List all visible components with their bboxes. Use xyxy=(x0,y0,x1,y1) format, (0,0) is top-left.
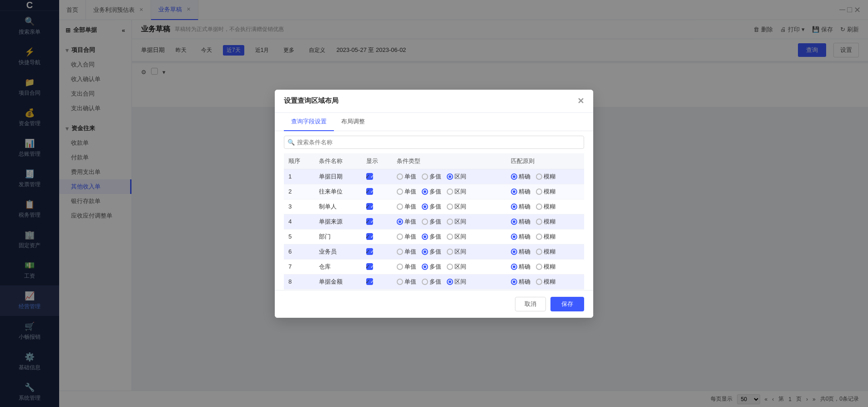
condition-single[interactable]: 单值 xyxy=(397,173,416,181)
cell-match: 精确模糊 xyxy=(506,214,584,229)
dialog-header: 设置查询区域布局 ✕ xyxy=(275,90,593,113)
match-fuzzy[interactable]: 模糊 xyxy=(536,188,555,196)
condition-multi[interactable]: 多值 xyxy=(422,218,441,226)
show-checkbox[interactable]: ✓ xyxy=(366,188,373,195)
cell-show[interactable]: ✓ xyxy=(362,274,392,289)
match-precise[interactable]: 精确 xyxy=(511,203,530,211)
match-precise[interactable]: 精确 xyxy=(511,173,530,181)
table-scroll: 顺序 条件名称 显示 条件类型 匹配原则 1单据日期✓单值多值区间精确模糊2往来… xyxy=(284,153,584,290)
cell-show[interactable]: ✓ xyxy=(362,214,392,229)
condition-multi[interactable]: 多值 xyxy=(422,173,441,181)
dialog-search-input[interactable] xyxy=(284,136,584,149)
table-row: 7仓库✓单值多值区间精确模糊 xyxy=(284,259,584,274)
dialog-overlay: 设置查询区域布局 ✕ 查询字段设置 布局调整 🔍 顺序 条件名称 显示 xyxy=(0,0,868,407)
cell-condition: 单值多值区间 xyxy=(392,244,506,259)
dialog-search-area: 🔍 xyxy=(275,131,593,153)
search-icon-dialog: 🔍 xyxy=(288,139,295,146)
match-fuzzy[interactable]: 模糊 xyxy=(536,218,555,226)
cell-name: 往来单位 xyxy=(314,184,362,199)
show-checkbox[interactable]: ✓ xyxy=(366,248,373,255)
condition-single[interactable]: 单值 xyxy=(397,278,416,286)
cell-match: 精确模糊 xyxy=(506,199,584,214)
show-checkbox[interactable]: ✓ xyxy=(366,203,373,210)
cell-order: 1 xyxy=(284,169,314,184)
show-checkbox[interactable]: ✓ xyxy=(366,233,373,240)
condition-range[interactable]: 区间 xyxy=(447,248,466,256)
show-checkbox[interactable]: ✓ xyxy=(366,278,373,285)
condition-range[interactable]: 区间 xyxy=(447,278,466,286)
cell-show[interactable]: ✓ xyxy=(362,169,392,184)
condition-single[interactable]: 单值 xyxy=(397,248,416,256)
condition-multi[interactable]: 多值 xyxy=(422,188,441,196)
condition-range[interactable]: 区间 xyxy=(447,263,466,271)
cell-name: 部门 xyxy=(314,229,362,244)
condition-range[interactable]: 区间 xyxy=(447,203,466,211)
save-button[interactable]: 保存 xyxy=(550,297,584,311)
condition-range[interactable]: 区间 xyxy=(447,173,466,181)
settings-table: 顺序 条件名称 显示 条件类型 匹配原则 1单据日期✓单值多值区间精确模糊2往来… xyxy=(284,153,584,290)
match-fuzzy[interactable]: 模糊 xyxy=(536,233,555,241)
condition-range[interactable]: 区间 xyxy=(447,233,466,241)
dialog-tab-fields[interactable]: 查询字段设置 xyxy=(284,113,334,131)
condition-single[interactable]: 单值 xyxy=(397,233,416,241)
cell-match: 精确模糊 xyxy=(506,244,584,259)
cell-name: 仓库 xyxy=(314,259,362,274)
settings-dialog: 设置查询区域布局 ✕ 查询字段设置 布局调整 🔍 顺序 条件名称 显示 xyxy=(275,90,593,318)
search-wrap: 🔍 xyxy=(284,136,584,149)
show-checkbox[interactable]: ✓ xyxy=(366,173,373,180)
condition-multi[interactable]: 多值 xyxy=(422,248,441,256)
match-precise[interactable]: 精确 xyxy=(511,218,530,226)
cell-show[interactable]: ✓ xyxy=(362,199,392,214)
dialog-close-button[interactable]: ✕ xyxy=(577,96,584,106)
table-row: 8单据金额✓单值多值区间精确模糊 xyxy=(284,274,584,289)
cancel-button[interactable]: 取消 xyxy=(515,297,546,311)
table-row: 5部门✓单值多值区间精确模糊 xyxy=(284,229,584,244)
condition-range[interactable]: 区间 xyxy=(447,218,466,226)
condition-single[interactable]: 单值 xyxy=(397,263,416,271)
cell-order: 4 xyxy=(284,214,314,229)
dialog-footer: 取消 保存 xyxy=(275,290,593,318)
dialog-tab-layout[interactable]: 布局调整 xyxy=(334,113,372,131)
cell-condition: 单值多值区间 xyxy=(392,199,506,214)
cell-name: 单据日期 xyxy=(314,169,362,184)
cell-condition: 单值多值区间 xyxy=(392,259,506,274)
condition-single[interactable]: 单值 xyxy=(397,203,416,211)
match-precise[interactable]: 精确 xyxy=(511,278,530,286)
dialog-tabs: 查询字段设置 布局调整 xyxy=(275,113,593,131)
cell-order: 5 xyxy=(284,229,314,244)
show-checkbox[interactable]: ✓ xyxy=(366,263,373,270)
match-fuzzy[interactable]: 模糊 xyxy=(536,263,555,271)
match-precise[interactable]: 精确 xyxy=(511,233,530,241)
cell-show[interactable]: ✓ xyxy=(362,184,392,199)
condition-multi[interactable]: 多值 xyxy=(422,233,441,241)
cell-condition: 单值多值区间 xyxy=(392,229,506,244)
condition-multi[interactable]: 多值 xyxy=(422,263,441,271)
cell-name: 单据金额 xyxy=(314,274,362,289)
match-precise[interactable]: 精确 xyxy=(511,248,530,256)
cell-name: 制单人 xyxy=(314,199,362,214)
table-row: 3制单人✓单值多值区间精确模糊 xyxy=(284,199,584,214)
cell-match: 精确模糊 xyxy=(506,169,584,184)
condition-range[interactable]: 区间 xyxy=(447,188,466,196)
th-match: 匹配原则 xyxy=(506,153,584,169)
match-fuzzy[interactable]: 模糊 xyxy=(536,248,555,256)
match-fuzzy[interactable]: 模糊 xyxy=(536,203,555,211)
condition-multi[interactable]: 多值 xyxy=(422,278,441,286)
th-name: 条件名称 xyxy=(314,153,362,169)
cell-order: 3 xyxy=(284,199,314,214)
show-checkbox[interactable]: ✓ xyxy=(366,218,373,225)
th-condition-type: 条件类型 xyxy=(392,153,506,169)
condition-single[interactable]: 单值 xyxy=(397,218,416,226)
match-fuzzy[interactable]: 模糊 xyxy=(536,173,555,181)
cell-condition: 单值多值区间 xyxy=(392,214,506,229)
condition-multi[interactable]: 多值 xyxy=(422,203,441,211)
cell-show[interactable]: ✓ xyxy=(362,229,392,244)
match-fuzzy[interactable]: 模糊 xyxy=(536,278,555,286)
match-precise[interactable]: 精确 xyxy=(511,188,530,196)
cell-name: 业务员 xyxy=(314,244,362,259)
cell-match: 精确模糊 xyxy=(506,229,584,244)
cell-show[interactable]: ✓ xyxy=(362,259,392,274)
match-precise[interactable]: 精确 xyxy=(511,263,530,271)
condition-single[interactable]: 单值 xyxy=(397,188,416,196)
cell-show[interactable]: ✓ xyxy=(362,244,392,259)
